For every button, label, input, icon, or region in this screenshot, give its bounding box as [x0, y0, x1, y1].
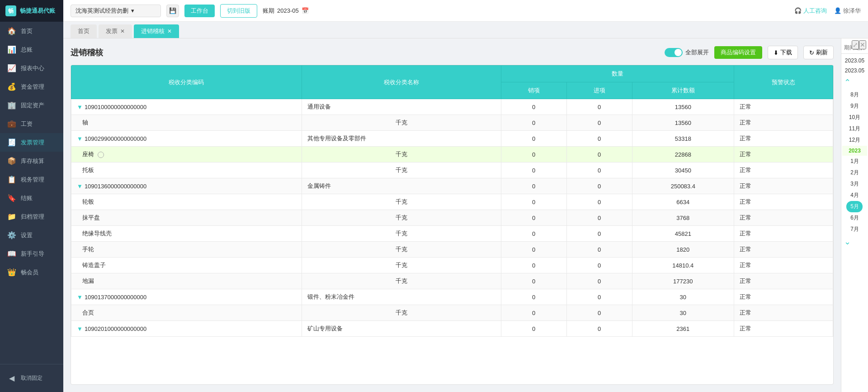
- period-month-item-9[interactable]: 4月: [842, 190, 867, 201]
- period-month-item-6[interactable]: 1月: [842, 156, 867, 167]
- table-row[interactable]: 铸造盖子 千克 0 0 14810.4 正常: [71, 258, 833, 273]
- search-icon[interactable]: [98, 152, 104, 158]
- sidebar-item-6[interactable]: 🧾发票管理: [0, 133, 63, 152]
- tab-label-1: 发票: [106, 27, 118, 35]
- sidebar-item-7[interactable]: 📦库存核算: [0, 152, 63, 170]
- row-warning: 正常: [734, 194, 833, 210]
- row-purchase: 0: [566, 210, 632, 226]
- sidebar-item-0[interactable]: 🏠首页: [0, 22, 63, 40]
- table-header-row-1: 税收分类编码 税收分类名称 数量 预警状态: [71, 66, 833, 82]
- row-sales: 0: [501, 289, 566, 305]
- table-row[interactable]: 轴 千克 0 0 13560 正常: [71, 115, 833, 131]
- sidebar-icon-11: ⚙️: [7, 231, 16, 239]
- sidebar-item-12[interactable]: 📖新手引导: [0, 244, 63, 263]
- sidebar-unpin[interactable]: ◀ 取消固定: [0, 369, 63, 387]
- row-sales: 0: [501, 305, 566, 321]
- row-sales: 0: [501, 115, 566, 131]
- tab-0[interactable]: 首页: [71, 24, 97, 38]
- period-month-item-2[interactable]: 10月: [842, 112, 867, 123]
- period-month-item-3[interactable]: 11月: [842, 123, 867, 134]
- table-row[interactable]: ▼1090100000000000000 通用设备 0 0 13560 正常: [71, 99, 833, 115]
- period-month-item-5[interactable]: 2023: [842, 146, 867, 156]
- row-code: 托板: [71, 163, 302, 178]
- row-unit: 千克: [302, 163, 501, 178]
- sidebar-item-9[interactable]: 🔖结账: [0, 189, 63, 207]
- table-row[interactable]: ▼1090137000000000000 锻件、粉末冶金件 0 0 30 正常: [71, 289, 833, 305]
- service-button[interactable]: 🎧 人工咨询: [794, 7, 827, 15]
- close-panel-button[interactable]: ✕: [859, 40, 866, 49]
- sidebar-icon-12: 📖: [7, 249, 16, 258]
- period-month-item-0[interactable]: 8月: [842, 89, 867, 100]
- table-row[interactable]: 座椅 千克 0 0 22868 正常: [71, 147, 833, 163]
- sidebar-item-4[interactable]: 🏢固定资产: [0, 96, 63, 115]
- refresh-button[interactable]: ↻ 刷新: [803, 46, 834, 59]
- period-month-item-10[interactable]: 5月: [846, 201, 863, 212]
- row-warning: 正常: [734, 178, 833, 194]
- user-name: 徐泽华: [843, 7, 861, 15]
- period-date-item-1[interactable]: 2023.05: [842, 66, 867, 76]
- period-month-item-8[interactable]: 3月: [842, 178, 867, 190]
- company-selector[interactable]: 沈海英测试经营勿删 ▾: [71, 5, 161, 17]
- row-name: 通用设备: [302, 99, 501, 115]
- product-code-setting-button[interactable]: 商品编码设置: [714, 46, 762, 59]
- row-purchase: 0: [566, 115, 632, 131]
- table-row[interactable]: 轮毂 千克 0 0 6634 正常: [71, 194, 833, 210]
- sidebar-item-5[interactable]: 💼工资: [0, 115, 63, 133]
- table-row[interactable]: 绝缘导线壳 千克 0 0 45821 正常: [71, 226, 833, 242]
- sidebar-item-11[interactable]: ⚙️设置: [0, 226, 63, 244]
- expand-panel-button[interactable]: ⤢: [852, 40, 859, 49]
- expand-icon: ▼: [77, 183, 83, 190]
- row-unit: 千克: [302, 147, 501, 163]
- sidebar-label-0: 首页: [21, 27, 33, 35]
- page-header: 进销稽核 全部展开 商品编码设置 ⬇ 下载 ↻ 刷新: [71, 46, 834, 59]
- sidebar-item-13[interactable]: 👑畅会员: [0, 263, 63, 282]
- expand-icon: ▼: [77, 294, 83, 301]
- save-draft-button[interactable]: 💾: [166, 5, 179, 17]
- table-row[interactable]: 托板 千克 0 0 30450 正常: [71, 163, 833, 178]
- sidebar-item-3[interactable]: 💰资金管理: [0, 77, 63, 96]
- sidebar-icon-10: 📁: [7, 212, 16, 221]
- scroll-up-button[interactable]: ⌃: [842, 76, 867, 89]
- row-code: 地漏: [71, 273, 302, 289]
- table-row[interactable]: ▼1090201000000000000 矿山专用设备 0 0 2361 正常: [71, 321, 833, 337]
- sidebar-label-1: 总账: [21, 46, 33, 54]
- tab-close-2[interactable]: ✕: [167, 28, 172, 34]
- table-row[interactable]: 抹平盘 千克 0 0 3768 正常: [71, 210, 833, 226]
- table-row[interactable]: 合页 千克 0 0 30 正常: [71, 305, 833, 321]
- table-row[interactable]: 手轮 千克 0 0 1820 正常: [71, 242, 833, 258]
- tabs-bar: 首页发票✕进销稽核✕: [63, 22, 868, 38]
- sidebar-item-1[interactable]: 📊总账: [0, 40, 63, 59]
- user-avatar-icon: 👤: [834, 7, 841, 14]
- sidebar-item-2[interactable]: 📈报表中心: [0, 59, 63, 77]
- scroll-down-button[interactable]: ⌄: [842, 235, 867, 249]
- sidebar-item-10[interactable]: 📁归档管理: [0, 207, 63, 226]
- tab-2[interactable]: 进销稽核✕: [134, 24, 179, 38]
- row-cumulative: 2361: [632, 321, 734, 337]
- expand-toggle[interactable]: [665, 48, 683, 57]
- period-month-item-1[interactable]: 9月: [842, 100, 867, 112]
- period-date-item-0[interactable]: 2023.05: [842, 56, 867, 66]
- tab-close-1[interactable]: ✕: [120, 28, 125, 34]
- tab-1[interactable]: 发票✕: [99, 24, 132, 38]
- switch-old-button[interactable]: 切到旧版: [220, 4, 257, 18]
- row-purchase: 0: [566, 273, 632, 289]
- calendar-icon[interactable]: 📅: [302, 7, 309, 14]
- period-month-item-4[interactable]: 12月: [842, 134, 867, 146]
- sidebar-item-8[interactable]: 📋税务管理: [0, 170, 63, 189]
- download-button[interactable]: ⬇ 下载: [768, 46, 798, 59]
- period-month-item-7[interactable]: 2月: [842, 167, 867, 178]
- row-purchase: 0: [566, 226, 632, 242]
- table-row[interactable]: ▼1090299000000000000 其他专用设备及零部件 0 0 5331…: [71, 131, 833, 147]
- row-sales: 0: [501, 99, 566, 115]
- sidebar-label-12: 新手引导: [21, 250, 44, 258]
- sidebar-label-11: 设置: [21, 231, 33, 239]
- sidebar-icon-7: 📦: [7, 157, 16, 165]
- sidebar-label-8: 税务管理: [21, 176, 44, 184]
- table-row[interactable]: ▼1090136000000000000 金属铸件 0 0 250083.4 正…: [71, 178, 833, 194]
- period-month-item-11[interactable]: 6月: [842, 212, 867, 224]
- row-code: 轮毂: [71, 194, 302, 210]
- table-row[interactable]: 地漏 千克 0 0 177230 正常: [71, 273, 833, 289]
- workspace-button[interactable]: 工作台: [184, 5, 215, 17]
- period-month-item-12[interactable]: 7月: [842, 224, 867, 235]
- user-menu[interactable]: 👤 徐泽华: [834, 7, 861, 15]
